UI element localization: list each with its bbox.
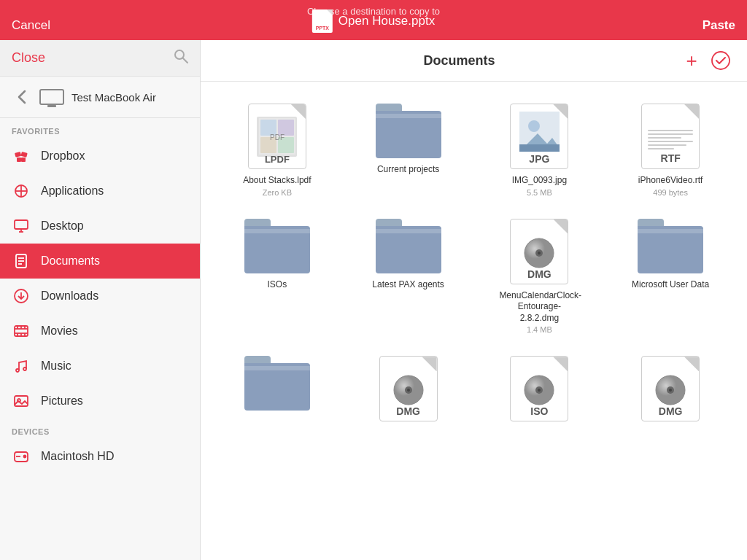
sidebar-item-movies[interactable]: Movies: [0, 314, 200, 349]
devices-section-label: DEVICES: [0, 419, 200, 439]
svg-rect-44: [519, 144, 560, 152]
hd-icon: [12, 447, 31, 466]
back-button[interactable]: [12, 87, 32, 107]
file-size: 1.4 MB: [527, 325, 552, 334]
sidebar-item-desktop[interactable]: Desktop: [0, 209, 200, 244]
files-grid: PDF LPDF About Stacks.lpdf Zero KB Curre…: [201, 82, 747, 560]
file-size: 499 bytes: [653, 188, 688, 197]
sidebar-item-applications[interactable]: Applications: [0, 174, 200, 209]
device-icon: [39, 89, 64, 105]
paste-button[interactable]: Paste: [703, 18, 735, 33]
svg-point-28: [23, 368, 26, 370]
svg-point-56: [669, 389, 672, 392]
file-size: Zero KB: [263, 188, 292, 197]
documents-icon: [12, 252, 31, 271]
folder-icon: [244, 219, 310, 273]
desktop-icon: [12, 217, 31, 236]
svg-point-32: [24, 456, 26, 458]
svg-rect-29: [15, 396, 28, 406]
svg-rect-4: [17, 158, 21, 162]
file-name: ISOs: [268, 279, 287, 291]
svg-rect-3: [20, 152, 27, 158]
sidebar-item-label: Pictures: [41, 394, 83, 408]
jpg-icon: JPG: [510, 104, 568, 169]
sidebar: Close Test MacBook Air FAVORITES: [0, 40, 201, 560]
file-name: About Stacks.lpdf: [243, 175, 311, 187]
folder-icon: [638, 219, 703, 273]
content-title: Documents: [239, 53, 680, 69]
lpdf-icon: PDF LPDF: [248, 104, 306, 169]
sidebar-item-label: Documents: [41, 254, 100, 268]
folder-icon: [244, 356, 310, 411]
sidebar-top-bar: Close: [0, 40, 200, 77]
file-name: MenuCalendarClock-Entourage-2.8.2.dmg: [499, 290, 579, 324]
file-name: IMG_0093.jpg: [512, 175, 567, 187]
close-button[interactable]: Close: [12, 50, 45, 66]
file-item-row3-3[interactable]: ISO: [478, 349, 602, 429]
add-folder-button[interactable]: +: [680, 49, 703, 72]
svg-point-27: [16, 369, 19, 372]
top-bar: Choose a destination to copy to Cancel P…: [0, 0, 747, 40]
device-name-label: Test MacBook Air: [71, 91, 156, 104]
file-name: Latest PAX agents: [372, 279, 444, 291]
svg-point-47: [538, 252, 541, 254]
filename-label: Open House.pptx: [338, 14, 435, 28]
search-icon[interactable]: [174, 49, 188, 67]
file-item-row3-4[interactable]: DMG: [608, 349, 732, 429]
sidebar-item-macintosh-hd[interactable]: Macintosh HD: [0, 439, 200, 474]
sidebar-item-music[interactable]: Music: [0, 349, 200, 384]
file-item-iphone6video[interactable]: RTF iPhone6Video.rtf 499 bytes: [608, 96, 732, 204]
file-name: iPhone6Video.rtf: [638, 175, 703, 187]
sidebar-item-label: Applications: [41, 184, 104, 198]
content-area: Documents +: [201, 40, 747, 560]
iso-icon: ISO: [510, 356, 568, 421]
dmg-icon-2: DMG: [379, 356, 438, 421]
svg-rect-9: [15, 220, 28, 229]
svg-rect-5: [21, 158, 26, 162]
sidebar-item-documents[interactable]: Documents: [0, 244, 200, 279]
file-item-about-stacks[interactable]: PDF LPDF About Stacks.lpdf Zero KB: [215, 96, 339, 204]
svg-point-50: [407, 389, 410, 392]
dmg-icon: DMG: [510, 219, 568, 284]
svg-point-53: [538, 389, 541, 392]
applications-icon: [12, 182, 31, 201]
file-item-row3-2[interactable]: DMG: [347, 349, 471, 429]
device-row[interactable]: Test MacBook Air: [0, 77, 200, 118]
folder-icon: [376, 104, 441, 158]
movies-icon: [12, 322, 31, 341]
file-item-current-projects[interactable]: Current projects: [347, 96, 471, 204]
svg-point-34: [712, 52, 729, 69]
svg-line-1: [183, 58, 187, 63]
sidebar-item-downloads[interactable]: Downloads: [0, 279, 200, 314]
rtf-icon: RTF: [641, 104, 700, 169]
sidebar-item-label: Macintosh HD: [41, 450, 114, 463]
sidebar-item-label: Movies: [41, 324, 78, 338]
check-button[interactable]: [709, 49, 732, 72]
svg-rect-2: [15, 152, 21, 158]
file-item-row3-1[interactable]: [215, 349, 339, 429]
file-type-icon: PPTX: [312, 9, 333, 33]
pictures-icon: [12, 392, 31, 411]
sidebar-item-label: Dropbox: [41, 149, 85, 163]
sidebar-item-label: Music: [41, 359, 71, 373]
downloads-icon: [12, 287, 31, 306]
file-size: 5.5 MB: [527, 188, 552, 197]
file-item-latest-pax[interactable]: Latest PAX agents: [347, 211, 471, 342]
sidebar-item-label: Desktop: [41, 219, 84, 233]
file-item-microsoft-user[interactable]: Microsoft User Data: [608, 211, 732, 342]
file-item-isos[interactable]: ISOs: [215, 211, 339, 342]
main-layout: Close Test MacBook Air FAVORITES: [0, 40, 747, 560]
svg-point-42: [528, 120, 540, 132]
sidebar-item-dropbox[interactable]: Dropbox: [0, 139, 200, 174]
svg-point-0: [175, 50, 184, 59]
sidebar-item-pictures[interactable]: Pictures: [0, 384, 200, 419]
file-item-menucalendar[interactable]: DMG MenuCalendarClock-Entourage-2.8.2.dm…: [478, 211, 602, 342]
folder-icon: [376, 219, 441, 273]
content-header: Documents +: [201, 40, 747, 82]
file-name: Microsoft User Data: [632, 279, 709, 291]
favorites-section-label: FAVORITES: [0, 118, 200, 139]
cancel-button[interactable]: Cancel: [12, 18, 50, 33]
file-item-img0093[interactable]: JPG IMG_0093.jpg 5.5 MB: [478, 96, 602, 204]
dmg-icon-3: DMG: [641, 356, 700, 421]
music-icon: [12, 357, 31, 376]
